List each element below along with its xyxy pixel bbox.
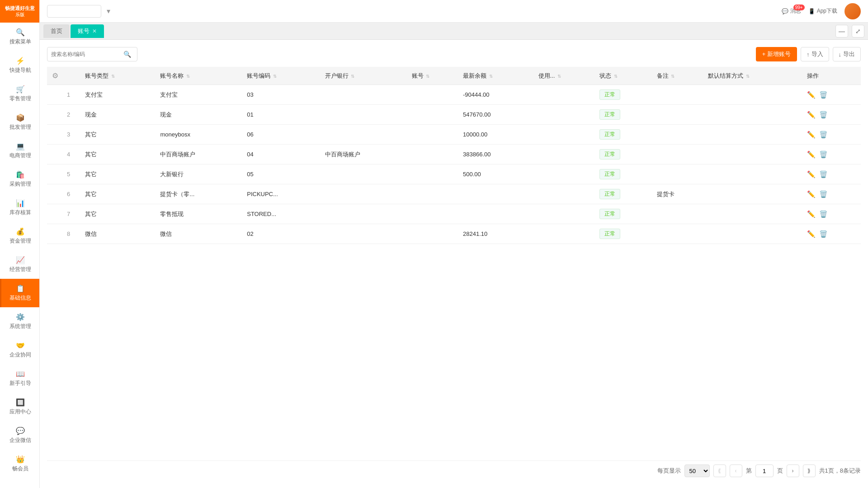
sidebar-item-wholesale[interactable]: 📦 批发管理 xyxy=(0,108,39,136)
edit-button[interactable]: ✏️ xyxy=(807,150,816,159)
tab-close-icon[interactable]: ✕ xyxy=(92,28,97,34)
cell-type: 其它 xyxy=(81,125,156,145)
delete-button[interactable]: 🗑️ xyxy=(819,131,828,139)
tab-accounts[interactable]: 账号 ✕ xyxy=(71,24,104,38)
delete-button[interactable]: 🗑️ xyxy=(819,111,828,119)
search-icon[interactable]: 🔍 xyxy=(123,51,131,58)
cell-usage xyxy=(535,125,596,145)
sidebar-item-retail[interactable]: 🛒 零售管理 xyxy=(0,80,39,108)
inventory-icon: 📊 xyxy=(16,199,25,207)
search-input[interactable] xyxy=(51,51,123,57)
delete-button[interactable]: 🗑️ xyxy=(819,91,828,99)
add-account-label: + 新增账号 xyxy=(762,50,791,58)
action-buttons: ✏️ 🗑️ xyxy=(807,190,857,198)
edit-button[interactable]: ✏️ xyxy=(807,111,816,119)
edit-button[interactable]: ✏️ xyxy=(807,230,816,238)
cell-status: 正常 xyxy=(596,85,653,105)
sidebar-item-search-menu[interactable]: 🔍 搜索菜单 xyxy=(0,23,39,51)
sort-settlement-icon[interactable]: ⇅ xyxy=(746,74,750,79)
sidebar-item-operations[interactable]: 📈 经营管理 xyxy=(0,250,39,279)
delete-button[interactable]: 🗑️ xyxy=(819,190,828,198)
sidebar-item-inventory[interactable]: 📊 库存核算 xyxy=(0,193,39,222)
sort-code-icon[interactable]: ⇅ xyxy=(273,74,277,79)
sort-usage-icon[interactable]: ⇅ xyxy=(557,74,561,79)
sidebar-item-ecommerce[interactable]: 💻 电商管理 xyxy=(0,136,39,165)
import-button[interactable]: ↑ 导入 xyxy=(801,47,829,61)
cell-num: 2 xyxy=(63,105,81,125)
sort-account-icon[interactable]: ⇅ xyxy=(426,74,429,79)
column-settings-icon[interactable]: ⚙ xyxy=(52,72,58,80)
cell-num: 5 xyxy=(63,164,81,184)
th-bank: 开户银行 ⇅ xyxy=(321,67,408,85)
sidebar-item-enterprise-wechat[interactable]: 💬 企业微信 xyxy=(0,421,39,450)
cell-bank xyxy=(321,164,408,184)
sort-status-icon[interactable]: ⇅ xyxy=(614,74,618,79)
prev-page-button[interactable]: ‹ xyxy=(730,465,742,477)
cell-num: 7 xyxy=(63,204,81,224)
export-button[interactable]: ↓ 导出 xyxy=(833,47,861,61)
cell-code: 03 xyxy=(243,85,321,105)
sort-type-icon[interactable]: ⇅ xyxy=(111,74,115,79)
cell-default-settlement xyxy=(704,164,804,184)
sort-remark-icon[interactable]: ⇅ xyxy=(671,74,675,79)
app-download-icon: 📱 xyxy=(808,8,815,14)
sidebar-item-label: 快捷导航 xyxy=(9,66,31,74)
sidebar-item-new-guide[interactable]: 📖 新手引导 xyxy=(0,364,39,393)
sidebar-item-system[interactable]: ⚙️ 系统管理 xyxy=(0,307,39,336)
sidebar-item-basic-info[interactable]: 📋 基础信息 xyxy=(0,279,39,307)
cell-remark xyxy=(653,224,704,244)
main-content: ▾ 💬 消息 99+ 📱 App下载 首页 账号 ✕ — ⤢ xyxy=(40,0,868,488)
sidebar-item-app-center[interactable]: 🔲 应用中心 xyxy=(0,393,39,421)
table-row: 3 其它 moneybosx 06 10000.00 正常 ✏️ 🗑️ xyxy=(47,125,861,145)
edit-button[interactable]: ✏️ xyxy=(807,170,816,178)
sort-bank-icon[interactable]: ⇅ xyxy=(351,74,354,79)
sidebar-item-finance[interactable]: 💰 资金管理 xyxy=(0,222,39,250)
first-page-button[interactable]: ⟪ xyxy=(713,465,726,477)
delete-button[interactable]: 🗑️ xyxy=(819,150,828,159)
last-page-button[interactable]: ⟫ xyxy=(803,465,816,477)
status-badge: 正常 xyxy=(599,169,620,179)
sidebar-item-label: 库存核算 xyxy=(9,209,31,216)
action-buttons: ✏️ 🗑️ xyxy=(807,210,857,218)
cell-code: 06 xyxy=(243,125,321,145)
action-buttons: ✏️ 🗑️ xyxy=(807,170,857,178)
sidebar-item-label: 应用中心 xyxy=(9,408,31,416)
delete-button[interactable]: 🗑️ xyxy=(819,210,828,218)
cell-default-settlement xyxy=(704,224,804,244)
dropdown-arrow-icon[interactable]: ▾ xyxy=(107,7,110,15)
operations-icon: 📈 xyxy=(16,256,25,264)
page-size-select[interactable]: 50 100 200 xyxy=(684,465,710,477)
tab-maximize-button[interactable]: ⤢ xyxy=(852,25,864,38)
sort-name-icon[interactable]: ⇅ xyxy=(186,74,190,79)
app-download-label: App下载 xyxy=(817,7,837,15)
sidebar-item-vip-member[interactable]: 👑 畅会员 xyxy=(0,450,39,478)
app-download-button[interactable]: 📱 App下载 xyxy=(808,7,837,15)
cell-bank xyxy=(321,105,408,125)
cell-default-settlement xyxy=(704,145,804,164)
tab-minimize-button[interactable]: — xyxy=(835,25,848,38)
action-buttons: ✏️ 🗑️ xyxy=(807,230,857,238)
tab-home[interactable]: 首页 xyxy=(43,24,70,38)
sort-balance-icon[interactable]: ⇅ xyxy=(489,74,493,79)
sidebar-item-label: 零售管理 xyxy=(9,95,31,103)
delete-button[interactable]: 🗑️ xyxy=(819,170,828,178)
page-input[interactable] xyxy=(755,465,774,477)
edit-button[interactable]: ✏️ xyxy=(807,131,816,139)
delete-button[interactable]: 🗑️ xyxy=(819,230,828,238)
next-page-button[interactable]: › xyxy=(787,465,799,477)
edit-button[interactable]: ✏️ xyxy=(807,91,816,99)
th-default-settlement: 默认结算方式 ⇅ xyxy=(704,67,804,85)
message-button[interactable]: 💬 消息 99+ xyxy=(782,7,801,15)
edit-button[interactable]: ✏️ xyxy=(807,190,816,198)
add-account-button[interactable]: + 新增账号 xyxy=(756,47,797,61)
sidebar-item-enterprise-agreement[interactable]: 🤝 企业协同 xyxy=(0,336,39,364)
sidebar-item-quick-nav[interactable]: ⚡ 快捷导航 xyxy=(0,51,39,80)
cell-type: 现金 xyxy=(81,105,156,125)
table-row: 4 其它 中百商场账户 04 中百商场账户 383866.00 正常 ✏️ 🗑️ xyxy=(47,145,861,164)
user-avatar[interactable] xyxy=(844,3,861,19)
cell-action: ✏️ 🗑️ xyxy=(803,224,861,244)
top-search-input[interactable] xyxy=(47,5,101,18)
edit-button[interactable]: ✏️ xyxy=(807,210,816,218)
sidebar-item-purchase[interactable]: 🛍️ 采购管理 xyxy=(0,165,39,193)
cell-action: ✏️ 🗑️ xyxy=(803,125,861,145)
